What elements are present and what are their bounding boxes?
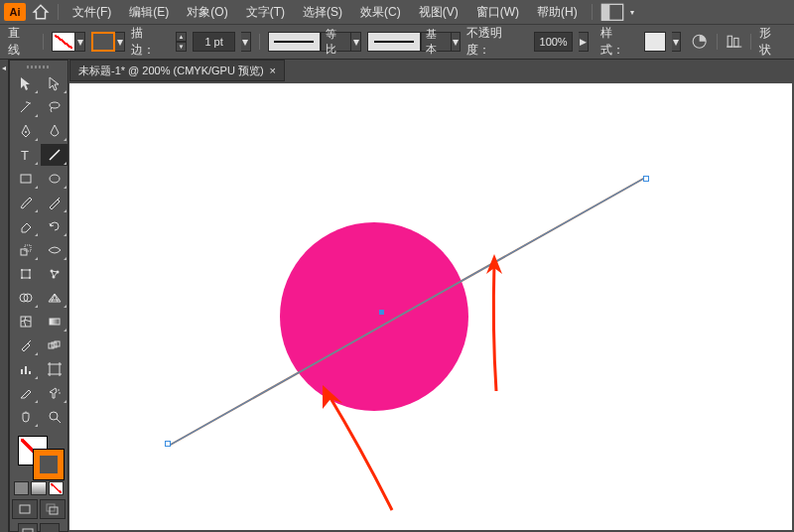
toolbox-collapse-handle[interactable]: ◂	[0, 60, 9, 532]
svg-point-18	[29, 277, 31, 279]
shape-label[interactable]: 形状	[759, 25, 782, 59]
opacity-input[interactable]: 100%	[534, 32, 573, 52]
artwork-line-selected[interactable]	[164, 163, 650, 461]
svg-point-33	[58, 389, 60, 391]
app-logo[interactable]: Ai	[4, 3, 26, 21]
document-tab[interactable]: 未标题-1* @ 200% (CMYK/GPU 预览) ×	[69, 60, 285, 81]
tool-symbol-sprayer[interactable]	[41, 382, 67, 404]
svg-text:T: T	[21, 148, 29, 163]
draw-normal-icon[interactable]	[12, 499, 38, 519]
color-mode-row	[12, 481, 66, 495]
menu-object[interactable]: 对象(O)	[181, 2, 233, 23]
fill-swatch-control[interactable]: ▾	[52, 32, 85, 52]
menu-edit[interactable]: 编辑(E)	[123, 2, 175, 23]
color-mode-gradient[interactable]	[31, 481, 46, 495]
brush-definition-control[interactable]: 基本 ▾	[367, 32, 461, 52]
draw-behind-icon[interactable]	[40, 499, 66, 519]
tool-column-graph[interactable]	[12, 358, 39, 380]
svg-rect-31	[29, 371, 31, 374]
tool-zoom[interactable]	[41, 406, 67, 428]
chevron-down-icon: ▾	[115, 32, 125, 52]
tool-puppet-warp[interactable]	[41, 263, 67, 285]
tool-free-transform[interactable]	[12, 263, 39, 285]
tool-selection[interactable]	[12, 72, 39, 94]
svg-rect-3	[728, 37, 731, 48]
menu-type[interactable]: 文字(T)	[240, 2, 291, 23]
chevron-down-icon: ▾	[351, 32, 361, 52]
tool-rotate[interactable]	[41, 215, 67, 237]
stroke-label: 描边：	[131, 25, 166, 59]
workspace-switcher-icon[interactable]	[600, 3, 624, 21]
tool-direct-selection[interactable]	[41, 72, 67, 94]
chevron-down-icon: ▾	[75, 32, 85, 52]
tool-scale[interactable]	[12, 239, 39, 261]
stroke-profile-label: 等比	[321, 32, 351, 52]
tool-hand[interactable]	[12, 406, 39, 428]
stroke-profile-preview	[268, 32, 322, 52]
tool-eraser[interactable]	[12, 215, 39, 237]
stroke-swatch-control[interactable]: ▾	[91, 32, 125, 52]
toolbox-grip[interactable]	[12, 63, 66, 70]
tool-paintbrush[interactable]	[12, 192, 39, 213]
stroke-swatch-icon	[91, 32, 115, 52]
svg-rect-10	[21, 175, 31, 183]
tool-artboard[interactable]	[41, 358, 67, 380]
tool-lasso[interactable]	[41, 96, 67, 118]
home-icon[interactable]	[32, 3, 50, 21]
tool-magic-wand[interactable]	[12, 96, 39, 118]
tool-pen[interactable]	[12, 120, 39, 142]
tool-pencil[interactable]	[41, 192, 67, 213]
menu-help[interactable]: 帮助(H)	[531, 2, 584, 23]
canvas[interactable]	[69, 83, 792, 530]
selection-anchor-mid[interactable]	[379, 310, 384, 315]
svg-line-9	[50, 150, 60, 160]
tool-gradient[interactable]	[41, 311, 67, 332]
svg-rect-4	[733, 39, 737, 48]
align-icon[interactable]	[726, 33, 742, 51]
control-bar: 直线 ▾ ▾ 描边： ▲▼ 1 pt ▾ 等比 ▾ 基本 ▾ 不透明度： 100…	[0, 24, 794, 60]
screen-mode-button[interactable]	[18, 523, 38, 532]
svg-point-17	[21, 277, 23, 279]
chevron-right-icon[interactable]: ▶	[579, 32, 589, 52]
svg-rect-14	[22, 270, 30, 278]
selection-handle-end[interactable]	[643, 176, 649, 182]
svg-rect-25	[50, 319, 60, 325]
tool-shape-builder[interactable]	[12, 287, 39, 309]
stroke-profile-control[interactable]: 等比 ▾	[268, 32, 361, 52]
tool-ellipse[interactable]	[41, 168, 67, 190]
menu-file[interactable]: 文件(F)	[66, 2, 117, 23]
divider	[43, 34, 44, 50]
chevron-down-icon[interactable]: ▾	[630, 8, 634, 17]
document-tab-bar: 未标题-1* @ 200% (CMYK/GPU 预览) ×	[69, 60, 792, 83]
tool-curvature[interactable]	[41, 120, 67, 142]
stroke-weight-stepper[interactable]: ▲▼	[176, 32, 188, 52]
tool-rectangle[interactable]	[12, 168, 39, 190]
selection-handle-start[interactable]	[165, 441, 171, 447]
stroke-weight-input[interactable]: 1 pt	[193, 32, 234, 52]
tool-eyedropper[interactable]	[12, 334, 39, 356]
graphic-style-swatch[interactable]	[644, 32, 665, 52]
divider	[58, 4, 59, 20]
screen-mode-caret[interactable]: ▾	[40, 523, 60, 532]
menu-select[interactable]: 选择(S)	[297, 2, 348, 23]
tool-perspective-grid[interactable]	[41, 287, 67, 309]
tool-slice[interactable]	[12, 382, 39, 404]
menu-window[interactable]: 窗口(W)	[470, 2, 525, 23]
stroke-swatch-large[interactable]	[34, 450, 64, 479]
menu-effect[interactable]: 效果(C)	[354, 2, 407, 23]
chevron-down-icon[interactable]: ▾	[241, 32, 251, 52]
tool-type[interactable]: T	[12, 144, 39, 166]
tool-mesh[interactable]	[12, 311, 39, 332]
menu-view[interactable]: 视图(V)	[413, 2, 464, 23]
chevron-down-icon[interactable]: ▾	[672, 32, 682, 52]
color-mode-none[interactable]	[49, 481, 64, 495]
tool-width[interactable]	[41, 239, 67, 261]
tool-blend[interactable]	[41, 334, 67, 356]
fill-stroke-indicator[interactable]	[12, 434, 66, 477]
recolor-icon[interactable]	[691, 33, 708, 51]
svg-point-34	[59, 392, 61, 394]
tool-line-segment[interactable]	[41, 144, 67, 166]
color-mode-solid[interactable]	[14, 481, 29, 495]
close-icon[interactable]: ×	[270, 65, 276, 76]
svg-rect-37	[20, 505, 30, 513]
